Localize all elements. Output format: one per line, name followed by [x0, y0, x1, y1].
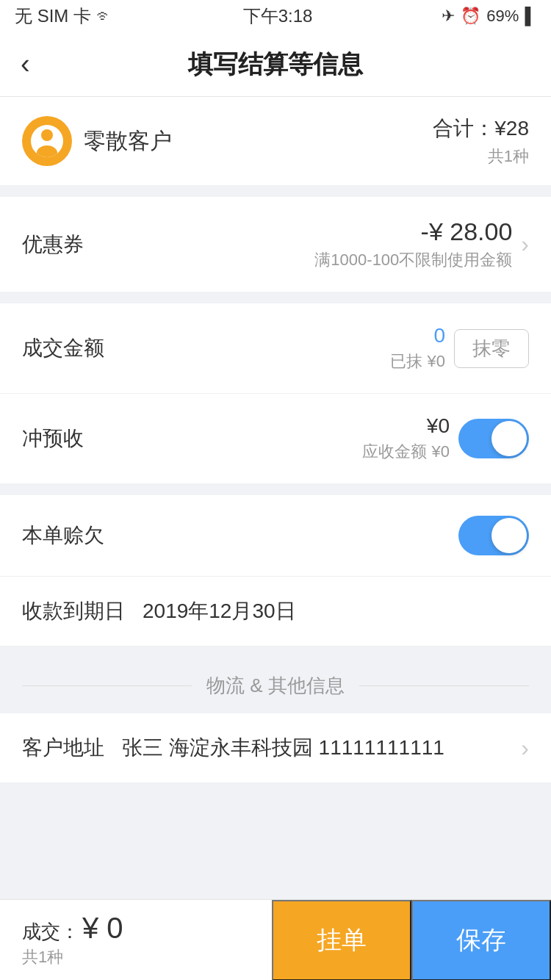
main-content: 零散客户 合计：¥28 共1种 优惠券 -¥ 28.00 满1000-100不限… — [0, 97, 551, 882]
transaction-label: 成交金额 — [22, 334, 104, 362]
alarm-icon: ⏰ — [461, 7, 480, 26]
customer-left: 零散客户 — [22, 116, 172, 166]
status-left: 无 SIM 卡 ᯤ — [15, 4, 114, 28]
address-section: 客户地址 张三 海淀永丰科技园 11111111111 › — [0, 713, 551, 782]
nav-bar: ‹ 填写结算等信息 — [0, 32, 551, 97]
bottom-footer: 成交： ¥ 0 共1种 挂单 保存 — [0, 899, 551, 980]
credit-row: 本单赊欠 — [0, 495, 551, 577]
customer-name: 零散客户 — [84, 126, 172, 156]
page-title: 填写结算等信息 — [188, 48, 363, 82]
footer-count: 共1种 — [22, 946, 250, 968]
back-button[interactable]: ‹ — [21, 48, 30, 80]
no-sim-text: 无 SIM 卡 ᯤ — [15, 4, 114, 28]
credit-toggle[interactable] — [458, 516, 529, 555]
logistics-label: 物流 & 其他信息 — [206, 673, 345, 699]
round-off-button[interactable]: 抹零 — [454, 329, 529, 368]
prepayment-sub: 应收金额 ¥0 — [362, 441, 450, 463]
credit-toggle-knob — [491, 518, 527, 553]
total-count: 共1种 — [433, 145, 529, 167]
avatar-icon — [31, 125, 63, 157]
prepayment-amount-col: ¥0 应收金额 ¥0 — [362, 414, 450, 463]
footer-left: 成交： ¥ 0 共1种 — [0, 912, 272, 968]
coupon-section: 优惠券 -¥ 28.00 满1000-100不限制使用金额 › — [0, 197, 551, 292]
due-date-row: 收款到期日 2019年12月30日 — [0, 577, 551, 646]
coupon-label: 优惠券 — [22, 231, 84, 259]
due-date-label: 收款到期日 — [22, 597, 125, 625]
due-date-value: 2019年12月30日 — [143, 597, 296, 625]
coupon-right: -¥ 28.00 满1000-100不限制使用金额 › — [314, 217, 529, 271]
prepayment-value: ¥0 — [362, 414, 450, 438]
footer-transaction-label: 成交： — [22, 919, 79, 945]
logistics-separator: 物流 & 其他信息 — [0, 658, 551, 713]
coupon-row[interactable]: 优惠券 -¥ 28.00 满1000-100不限制使用金额 › — [0, 197, 551, 292]
transaction-value: 0 — [390, 324, 445, 347]
status-bar: 无 SIM 卡 ᯤ 下午3:18 ✈ ⏰ 69% ▌ — [0, 0, 551, 32]
customer-row: 零散客户 合计：¥28 共1种 — [0, 97, 551, 185]
transaction-right: 0 已抹 ¥0 抹零 — [390, 324, 529, 372]
credit-section: 本单赊欠 收款到期日 2019年12月30日 — [0, 495, 551, 646]
prepayment-row: 冲预收 ¥0 应收金额 ¥0 — [0, 394, 551, 483]
prepayment-right: ¥0 应收金额 ¥0 — [362, 414, 529, 463]
prepayment-toggle[interactable] — [458, 419, 529, 458]
coupon-amount-col: -¥ 28.00 满1000-100不限制使用金额 — [314, 217, 512, 271]
save-button[interactable]: 保存 — [411, 900, 551, 981]
battery-icon: ▌ — [525, 7, 536, 26]
location-icon: ✈ — [442, 7, 455, 26]
pending-button[interactable]: 挂单 — [272, 900, 411, 981]
credit-label: 本单赊欠 — [22, 522, 104, 550]
prepayment-label: 冲预收 — [22, 425, 84, 453]
address-row[interactable]: 客户地址 张三 海淀永丰科技园 11111111111 › — [0, 713, 551, 782]
transaction-amount-col: 0 已抹 ¥0 — [390, 324, 445, 372]
status-time: 下午3:18 — [243, 4, 313, 28]
chevron-right-icon: › — [521, 231, 529, 258]
footer-amount: ¥ 0 — [82, 912, 123, 945]
coupon-description: 满1000-100不限制使用金额 — [314, 249, 512, 271]
address-label: 客户地址 — [22, 734, 104, 762]
transaction-rounded: 已抹 ¥0 — [390, 350, 445, 372]
credit-right — [458, 516, 529, 555]
customer-avatar — [22, 116, 72, 166]
battery-text: 69% — [486, 7, 519, 26]
transaction-amount-row: 成交金额 0 已抹 ¥0 抹零 — [0, 303, 551, 394]
address-value: 张三 海淀永丰科技园 11111111111 — [122, 734, 503, 762]
transaction-section: 成交金额 0 已抹 ¥0 抹零 冲预收 ¥0 应收金额 ¥0 — [0, 303, 551, 483]
status-right: ✈ ⏰ 69% ▌ — [442, 7, 536, 26]
toggle-knob — [491, 421, 527, 456]
address-chevron-icon: › — [521, 735, 529, 762]
total-amount: 合计：¥28 — [433, 115, 529, 143]
coupon-discount: -¥ 28.00 — [314, 217, 512, 246]
customer-right: 合计：¥28 共1种 — [433, 115, 529, 167]
